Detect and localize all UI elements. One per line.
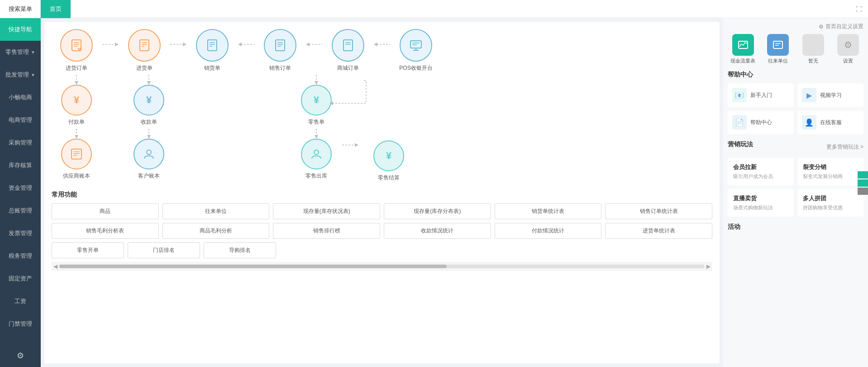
qa-item-settings[interactable]: ⚙ 设置 — [833, 34, 864, 64]
node-label-sales: 销货单 — [204, 64, 220, 72]
common-title: 常用功能 — [52, 191, 712, 199]
spacer4 — [174, 128, 291, 182]
sidebar-bottom: ⚙ — [0, 344, 41, 367]
node-label-retail-out: 零售出库 — [305, 172, 327, 180]
home-tab[interactable]: 首页 — [41, 0, 71, 18]
svg-point-49 — [147, 150, 151, 155]
float-btn-community[interactable]: 服务社区 — [858, 179, 868, 187]
func-btn-retail-order[interactable]: 零售开单 — [52, 242, 124, 258]
node-label-retail-order: 零售单 — [308, 118, 324, 126]
help-item-help[interactable]: 📄 帮助中心 — [728, 111, 794, 134]
func-grid-row1: 商品 往来单位 现存量(库存状况表) 现存量(库存分布表) 销货单统计表 销售订… — [52, 203, 712, 219]
marketing-more[interactable]: 更多营销玩法 > — [826, 143, 863, 151]
node-icon-supplier — [61, 139, 92, 169]
qa-label-settings: 设置 — [843, 58, 853, 64]
sidebar-item-tax[interactable]: 税务管理 — [0, 245, 41, 267]
sidebar-item-assets[interactable]: 固定资产 — [0, 267, 41, 290]
func-btn-guide-rank[interactable]: 导购排名 — [204, 242, 276, 258]
qa-icon-cashflow — [732, 34, 754, 56]
svg-rect-6 — [140, 40, 149, 51]
right-float-buttons: 客服热线 服务社区 桌面快捷 — [858, 171, 868, 196]
sidebar-item-ledger[interactable]: 总账管理 — [0, 199, 41, 222]
node-purchase[interactable]: 进货单 — [119, 29, 169, 72]
qa-item-empty[interactable]: 暂无 — [798, 34, 829, 64]
help-item-beginner[interactable]: 📧 新手入门 — [728, 83, 794, 107]
float-btn-desktop[interactable]: 桌面快捷 — [858, 188, 868, 195]
v-arrow-sales — [145, 74, 153, 85]
marketing-title: 营销玩法 — [728, 140, 753, 149]
func-grid-row3: 零售开单 门店排名 导购排名 — [52, 242, 712, 258]
sidebar-item-procurement[interactable]: 采购管理 — [0, 131, 41, 154]
func-btn-store-rank[interactable]: 门店排名 — [128, 242, 200, 258]
marketing-item-group[interactable]: 多人拼团 拼团购物享受优惠 — [797, 189, 863, 217]
func-btn-ranking[interactable]: 销售排行榜 — [273, 223, 380, 239]
func-btn-goods[interactable]: 商品 — [52, 203, 159, 219]
scroll-right-button[interactable]: ▶ — [706, 263, 711, 270]
func-btn-purchase-stat[interactable]: 进货单统计表 — [605, 223, 712, 239]
scroll-thumb[interactable] — [59, 265, 447, 268]
float-btn-service[interactable]: 客服热线 — [858, 171, 868, 179]
qa-item-cashflow[interactable]: 现金流量表 — [728, 34, 758, 64]
fullscreen-button[interactable]: ⛶ — [854, 5, 863, 14]
node-sales-order[interactable]: 销售订单 — [255, 29, 305, 72]
arrow-right-2 — [169, 41, 187, 61]
customize-settings[interactable]: ⚙ 首页自定义设置 — [728, 23, 863, 30]
node-label-retail-settle: 零售结算 — [378, 174, 400, 182]
node-label-sales-order: 销售订单 — [269, 64, 291, 72]
sidebar-settings-button[interactable]: ⚙ — [0, 344, 41, 367]
sidebar-item-ecommerce[interactable]: 电商管理 — [0, 109, 41, 131]
top-bar: 搜索菜单 首页 ⛶ — [0, 0, 868, 18]
qa-icon-contacts — [767, 34, 789, 56]
help-center-title: 帮助中心 — [728, 71, 863, 79]
func-btn-stock2[interactable]: 现存量(库存分布表) — [384, 203, 491, 219]
marketing-item-fission[interactable]: 裂变分销 裂变式发展分销商 — [797, 158, 863, 185]
node-retail-settle[interactable]: ¥ 零售结算 — [364, 140, 414, 182]
search-menu[interactable]: 搜索菜单 — [0, 0, 41, 18]
node-pos[interactable]: POS收银开台 — [391, 29, 441, 72]
node-icon-customer — [134, 139, 164, 169]
func-btn-order-stat[interactable]: 销售订单统计表 — [605, 203, 712, 219]
func-btn-profit1[interactable]: 销售毛利分析表 — [52, 223, 159, 239]
node-customer-account[interactable]: 客户账本 — [124, 139, 174, 180]
func-btn-profit2[interactable]: 商品毛利分析 — [162, 223, 270, 239]
node-supplier-account[interactable]: 供应商账本 — [52, 139, 101, 180]
sidebar-item-finance[interactable]: 资金管理 — [0, 177, 41, 199]
func-btn-payment-stat[interactable]: 付款情况统计 — [495, 223, 602, 239]
func-btn-sales-stat[interactable]: 销货单统计表 — [495, 203, 602, 219]
node-receipt[interactable]: ¥ 收款单 — [124, 85, 174, 126]
spacer3 — [101, 128, 124, 182]
node-purchase-order[interactable]: 进货订单 — [52, 29, 101, 72]
help-item-video[interactable]: ▶ 视频学习 — [797, 83, 863, 107]
scroll-left-button[interactable]: ◀ — [53, 263, 57, 270]
sidebar-item-xiaochang[interactable]: 小畅电商 — [0, 86, 41, 109]
content-area: 进货订单 进货单 — [41, 18, 868, 367]
svg-rect-24 — [343, 40, 353, 51]
sidebar-item-retail[interactable]: 零售管理 ▼ — [0, 41, 41, 63]
sidebar-item-invoice[interactable]: 发票管理 — [0, 222, 41, 245]
marketing-grid: 会员拉新 吸引用户成为会员 裂变分销 裂变式发展分销商 直播卖货 场景式购物新玩… — [728, 158, 863, 217]
marketing-item-live[interactable]: 直播卖货 场景式购物新玩法 — [728, 189, 794, 217]
help-icon-beginner: 📧 — [732, 88, 747, 102]
marketing-title-fission: 裂变分销 — [803, 163, 858, 171]
node-mall-order[interactable]: 商城订单 — [323, 29, 373, 72]
node-label-payment: 付款单 — [68, 118, 85, 126]
qa-item-contacts[interactable]: 往来单位 — [763, 34, 794, 64]
sidebar-item-dooraccess[interactable]: 门禁管理 — [0, 313, 41, 335]
func-btn-contacts[interactable]: 往来单位 — [162, 203, 270, 219]
node-label-purchase-order: 进货订单 — [66, 64, 87, 72]
func-btn-stock1[interactable]: 现存量(库存状况表) — [273, 203, 380, 219]
node-icon-pos — [400, 29, 432, 62]
marketing-item-member[interactable]: 会员拉新 吸引用户成为会员 — [728, 158, 794, 185]
node-payment[interactable]: ¥ 付款单 — [52, 85, 101, 126]
sidebar-item-quicknav[interactable]: 快捷导航 — [0, 18, 41, 41]
node-icon-purchase — [128, 29, 161, 62]
sidebar-item-salary[interactable]: 工资 — [0, 290, 41, 313]
sidebar-item-inventory[interactable]: 库存核算 — [0, 154, 41, 177]
node-sales[interactable]: 销货单 — [187, 29, 237, 72]
node-retail-out[interactable]: 零售出库 — [291, 139, 341, 180]
help-item-service[interactable]: 👤 在线客服 — [797, 111, 863, 134]
func-btn-receipt-stat[interactable]: 收款情况统计 — [384, 223, 491, 239]
svg-marker-48 — [147, 135, 151, 139]
svg-rect-43 — [72, 149, 81, 159]
sidebar-item-wholesale[interactable]: 批发管理 ▼ — [0, 63, 41, 86]
